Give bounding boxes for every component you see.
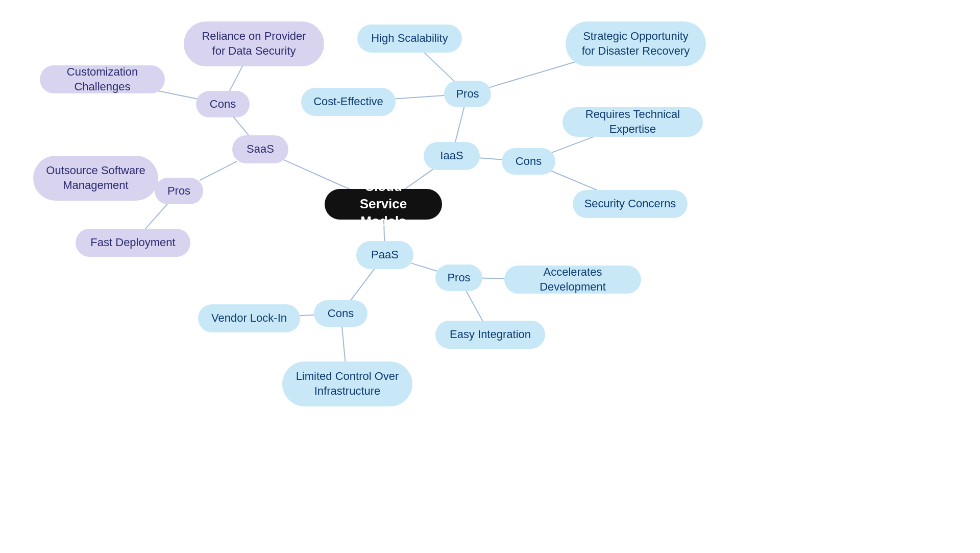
pros-paas-node: Pros <box>435 265 482 291</box>
svg-line-14 <box>551 135 599 153</box>
high-scalability-node: High Scalability <box>357 25 462 53</box>
svg-line-19 <box>465 289 483 323</box>
cons-saas-node: Cons <box>196 91 250 117</box>
pros-iaas-node: Pros <box>444 81 491 107</box>
svg-line-17 <box>349 267 376 302</box>
iaas-node: IaaS <box>424 142 480 170</box>
svg-line-16 <box>409 262 439 272</box>
svg-line-7 <box>229 63 244 92</box>
svg-line-4 <box>232 115 251 137</box>
svg-line-8 <box>156 90 200 100</box>
outsource-node: Outsource Software Management <box>33 156 158 201</box>
center-node: Cloud Service Models <box>325 189 442 220</box>
svg-line-11 <box>422 51 456 83</box>
cons-iaas-node: Cons <box>502 148 555 175</box>
cost-effective-node: Cost-Effective <box>301 88 396 116</box>
fast-deploy-node: Fast Deployment <box>76 229 190 257</box>
easy-integration-node: Easy Integration <box>435 321 545 349</box>
svg-line-21 <box>342 325 346 365</box>
reliance-node: Reliance on Provider for Data Security <box>184 21 324 66</box>
strategic-node: Strategic Opportunity for Disaster Recov… <box>566 21 706 66</box>
svg-line-15 <box>551 171 602 192</box>
cons-paas-node: Cons <box>314 300 368 327</box>
svg-line-12 <box>388 95 448 100</box>
svg-line-9 <box>455 105 464 144</box>
security-concerns-node: Security Concerns <box>573 190 688 218</box>
limited-control-node: Limited Control Over Infrastructure <box>282 362 412 406</box>
saas-node: SaaS <box>232 135 288 163</box>
svg-line-10 <box>476 158 506 160</box>
svg-line-6 <box>143 202 169 231</box>
pros-saas-node: Pros <box>155 178 203 204</box>
paas-node: PaaS <box>356 241 413 269</box>
svg-line-13 <box>487 62 576 88</box>
requires-tech-node: Requires Technical Expertise <box>562 107 703 137</box>
accelerates-node: Accelerates Development <box>504 266 641 294</box>
vendor-lock-node: Vendor Lock-In <box>198 304 300 332</box>
svg-line-3 <box>200 161 237 180</box>
customization-node: Customization Challenges <box>40 65 165 93</box>
